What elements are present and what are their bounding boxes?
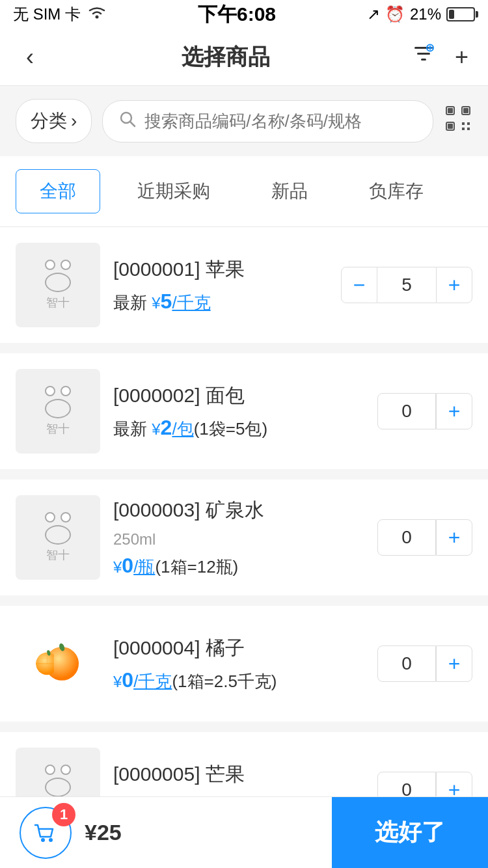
product-info: [0000001] 苹果 最新 ¥5/千克 [113, 256, 328, 314]
price-unit: /瓶 [133, 557, 155, 576]
bottom-bar: 1 ¥25 选好了 [0, 796, 488, 868]
product-info: [0000003] 矿泉水 250ml ¥0/瓶(1箱=12瓶) [113, 497, 364, 578]
product-image: 智十 [16, 369, 100, 454]
page-title: 选择商品 [182, 42, 270, 72]
wifi-icon [87, 5, 107, 23]
svg-rect-12 [463, 108, 468, 113]
add-icon[interactable]: + [455, 44, 468, 71]
tab-all[interactable]: 全部 [16, 169, 100, 213]
confirm-button[interactable]: 选好了 [332, 797, 488, 869]
svg-rect-3 [421, 59, 426, 61]
nav-actions: + [412, 42, 468, 72]
filter-bar: 分类 › [0, 86, 488, 156]
svg-point-27 [41, 838, 45, 842]
price-unit: /千克 [133, 671, 172, 691]
price-value: 0 [122, 668, 133, 692]
product-price: 最新 ¥5/千克 [113, 290, 328, 314]
product-list: 智十 [0000001] 苹果 最新 ¥5/千克 − + 智十 [0000002… [0, 227, 488, 868]
product-image [16, 621, 100, 706]
quantity-input[interactable] [377, 645, 436, 682]
increase-button[interactable]: + [436, 519, 472, 556]
tab-new[interactable]: 新品 [247, 169, 332, 213]
price-spec: (1袋=5包) [194, 419, 267, 439]
battery-percent: 21% [410, 5, 441, 23]
quantity-control: + [377, 645, 472, 682]
product-info: [0000004] 橘子 ¥0/千克(1箱=2.5千克) [113, 635, 364, 693]
increase-button[interactable]: + [436, 645, 472, 682]
quantity-control: + [377, 519, 472, 556]
product-spec: 250ml [113, 530, 364, 549]
price-spec: (1箱=12瓶) [155, 557, 238, 576]
product-item: 智十 [0000003] 矿泉水 250ml ¥0/瓶(1箱=12瓶) + [0, 480, 488, 595]
product-image: 智十 [16, 495, 100, 580]
quantity-input[interactable] [377, 393, 436, 429]
price-spec: (1箱=2.5千克) [172, 671, 277, 691]
search-box [102, 100, 433, 142]
alarm-icon: ⏰ [385, 5, 405, 23]
svg-line-8 [131, 122, 135, 126]
cart-button[interactable]: 1 [20, 807, 72, 859]
battery-icon [446, 7, 475, 21]
product-name: [0000004] 橘子 [113, 635, 364, 662]
product-name: [0000002] 面包 [113, 383, 364, 409]
price-label: 最新 [113, 419, 152, 439]
cart-badge: 1 [52, 803, 75, 826]
carrier-label: 无 SIM 卡 [13, 4, 81, 25]
svg-rect-18 [467, 128, 470, 130]
category-button[interactable]: 分类 › [16, 99, 92, 143]
category-arrow-icon: › [71, 111, 77, 131]
tab-bar: 全部 近期采购 新品 负库存 [0, 156, 488, 227]
status-bar: 无 SIM 卡 下午6:08 ↗ ⏰ 21% [0, 0, 488, 29]
tab-negative[interactable]: 负库存 [345, 169, 448, 213]
product-name: [0000003] 矿泉水 [113, 497, 364, 524]
location-icon: ↗ [367, 5, 380, 23]
decrease-button[interactable]: − [341, 267, 377, 303]
product-info: [0000002] 面包 最新 ¥2/包(1袋=5包) [113, 383, 364, 441]
product-price: ¥0/瓶(1箱=12瓶) [113, 554, 364, 578]
quantity-input[interactable] [377, 267, 436, 303]
price-value: 5 [161, 290, 172, 313]
product-price: ¥0/千克(1箱=2.5千克) [113, 668, 364, 693]
price-value: 2 [161, 416, 172, 439]
svg-rect-10 [448, 108, 453, 113]
cart-total: ¥25 [85, 820, 122, 845]
price-label: 最新 [113, 293, 152, 312]
product-item: 智十 [0000002] 面包 最新 ¥2/包(1袋=5包) + [0, 353, 488, 469]
status-left: 无 SIM 卡 [13, 4, 107, 25]
svg-point-7 [121, 113, 131, 123]
price-currency: ¥ [113, 673, 122, 690]
search-input[interactable] [144, 111, 417, 131]
product-item: [0000004] 橘子 ¥0/千克(1箱=2.5千克) + [0, 606, 488, 722]
price-unit: /包 [172, 419, 193, 439]
increase-button[interactable]: + [436, 393, 472, 429]
svg-point-0 [96, 16, 99, 19]
price-currency: ¥ [152, 294, 160, 312]
svg-point-28 [49, 838, 53, 842]
category-label: 分类 [31, 109, 67, 133]
price-value: 0 [122, 554, 133, 577]
quantity-input[interactable] [377, 519, 436, 556]
filter-icon[interactable] [412, 42, 435, 72]
scan-icon[interactable] [444, 104, 472, 138]
quantity-control: − + [341, 267, 472, 303]
svg-rect-16 [467, 122, 470, 125]
svg-rect-15 [462, 122, 465, 125]
price-currency: ¥ [152, 420, 160, 438]
product-name: [0000001] 苹果 [113, 256, 328, 283]
product-price: 最新 ¥2/包(1袋=5包) [113, 416, 364, 441]
search-icon [118, 110, 137, 133]
product-image: 智十 [16, 243, 100, 327]
product-item: 智十 [0000001] 苹果 最新 ¥5/千克 − + [0, 227, 488, 343]
svg-rect-17 [462, 128, 465, 130]
tab-recent[interactable]: 近期采购 [113, 169, 234, 213]
svg-rect-14 [448, 124, 453, 129]
status-right: ↗ ⏰ 21% [367, 5, 475, 23]
cart-area: 1 ¥25 [0, 807, 332, 859]
increase-button[interactable]: + [436, 267, 472, 303]
product-name: [0000005] 芒果 [113, 761, 364, 788]
quantity-control: + [377, 393, 472, 429]
price-unit: /千克 [172, 293, 210, 312]
svg-rect-2 [417, 53, 430, 55]
nav-bar: ‹ 选择商品 + [0, 29, 488, 86]
back-button[interactable]: ‹ [20, 37, 40, 77]
